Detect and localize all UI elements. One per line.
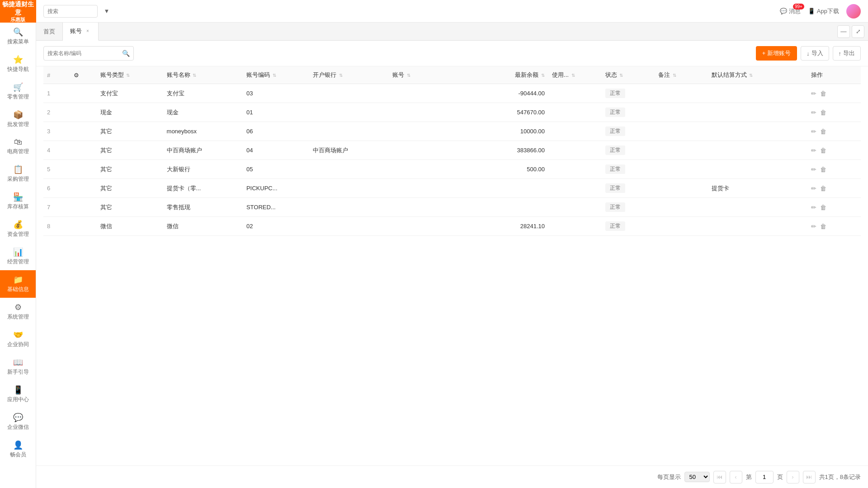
sidebar-item-label: 系统管理 (7, 313, 29, 321)
cell-status-5: 正常 (602, 179, 655, 198)
cell-bank-4 (309, 160, 389, 179)
delete-btn-0[interactable]: 🗑 (820, 90, 826, 97)
col-header-account[interactable]: 账号 ⇅ (389, 66, 468, 84)
cell-code-1: 01 (243, 103, 309, 122)
col-header-code[interactable]: 账号编码 ⇅ (243, 66, 309, 84)
col-header-note[interactable]: 备注 ⇅ (655, 66, 708, 84)
delete-btn-5[interactable]: 🗑 (820, 185, 826, 192)
edit-btn-6[interactable]: ✏ (811, 204, 816, 211)
sidebar-item-inventory[interactable]: 🏪库存核算 (0, 188, 36, 215)
delete-btn-2[interactable]: 🗑 (820, 128, 826, 135)
cell-name-1: 现金 (163, 103, 243, 122)
sort-account-icon: ⇅ (407, 73, 410, 78)
first-page-btn[interactable]: ⏮ (713, 471, 726, 483)
status-badge-7: 正常 (605, 221, 625, 231)
col-header-settings[interactable]: ⚙ (70, 66, 97, 84)
sidebar-item-label: 零售管理 (7, 93, 29, 101)
action-btns-3: ✏ 🗑 (811, 147, 857, 154)
toolbar: 🔍 + 新增账号 ↓ 导入 ↑ 导出 (36, 41, 868, 66)
total-info: 共1页，8条记录 (819, 473, 861, 481)
sidebar-item-enterprise-wechat[interactable]: 💬企业微信 (0, 408, 36, 436)
prev-page-btn[interactable]: ‹ (730, 471, 742, 483)
sort-status-icon: ⇅ (619, 73, 623, 78)
sidebar-nav: 🔍搜索菜单⭐快捷导航🛒零售管理📦批发管理🛍电商管理📋采购管理🏪库存核算💰资金管理… (0, 23, 36, 488)
cell-note-4 (655, 160, 708, 179)
message-icon: 💬 (780, 8, 787, 14)
delete-btn-7[interactable]: 🗑 (820, 223, 826, 230)
delete-btn-4[interactable]: 🗑 (820, 166, 826, 173)
maximize-btn[interactable]: ⤢ (852, 25, 864, 38)
app-download-btn[interactable]: 📱 App下载 (808, 7, 839, 15)
col-header-usage[interactable]: 使用... ⇅ (548, 66, 602, 84)
add-account-button[interactable]: + 新增账号 (756, 46, 797, 61)
sidebar-item-purchase-mgmt[interactable]: 📋采购管理 (0, 160, 36, 188)
sidebar-item-member[interactable]: 👤畅会员 (0, 436, 36, 463)
col-header-balance[interactable]: 最新余额 ⇅ (469, 66, 548, 84)
import-button[interactable]: ↓ 导入 (801, 46, 829, 61)
sidebar-item-retail-mgmt[interactable]: 🛒零售管理 (0, 78, 36, 105)
col-header-name[interactable]: 账号名称 ⇅ (163, 66, 243, 84)
topbar-dropdown-btn[interactable]: ▼ (101, 6, 112, 17)
action-btns-7: ✏ 🗑 (811, 223, 857, 230)
cell-settings-0 (70, 84, 97, 103)
tab-account[interactable]: 账号× (63, 23, 99, 41)
edit-btn-4[interactable]: ✏ (811, 166, 816, 173)
topbar-message-btn[interactable]: 💬 消息 99+ (780, 7, 801, 15)
sidebar-item-label: 企业协同 (7, 341, 29, 348)
tab-home[interactable]: 首页 (36, 23, 63, 41)
sidebar-item-guide[interactable]: 📖新手引导 (0, 353, 36, 380)
cell-type-2: 其它 (97, 122, 163, 141)
edit-btn-2[interactable]: ✏ (811, 128, 816, 135)
app-download-label: App下载 (817, 7, 839, 15)
sidebar-item-wholesale-mgmt[interactable]: 📦批发管理 (0, 105, 36, 133)
minimize-btn[interactable]: — (837, 25, 850, 38)
cell-num-7: 8 (43, 217, 70, 236)
delete-btn-6[interactable]: 🗑 (820, 204, 826, 211)
delete-btn-3[interactable]: 🗑 (820, 147, 826, 154)
tab-close-account[interactable]: × (85, 28, 91, 34)
status-badge-2: 正常 (605, 127, 625, 136)
sidebar-item-quick-nav[interactable]: ⭐快捷导航 (0, 50, 36, 78)
col-header-status[interactable]: 状态 ⇅ (602, 66, 655, 84)
cell-default-4 (708, 160, 807, 179)
cell-usage-3 (548, 141, 602, 160)
action-btns-2: ✏ 🗑 (811, 128, 857, 135)
cell-num-5: 6 (43, 179, 70, 198)
last-page-btn[interactable]: ⏭ (803, 471, 816, 483)
sidebar-item-app-center[interactable]: 📱应用中心 (0, 380, 36, 408)
edit-btn-3[interactable]: ✏ (811, 147, 816, 154)
page-input[interactable] (755, 471, 774, 483)
topbar-search-input[interactable] (43, 5, 98, 18)
export-button[interactable]: ↑ 导出 (833, 46, 861, 61)
cell-status-6: 正常 (602, 198, 655, 217)
cell-note-2 (655, 122, 708, 141)
edit-btn-0[interactable]: ✏ (811, 90, 816, 97)
cell-name-5: 提货卡（零... (163, 179, 243, 198)
sort-bank-icon: ⇅ (339, 73, 343, 78)
next-page-btn[interactable]: › (787, 471, 799, 483)
sidebar-item-ops-mgmt[interactable]: 📊经营管理 (0, 243, 36, 270)
sidebar-item-system-mgmt[interactable]: ⚙系统管理 (0, 298, 36, 325)
sidebar-item-ecommerce-mgmt[interactable]: 🛍电商管理 (0, 133, 36, 160)
table-row: 5 其它 大新银行 05 500.00 正常 ✏ 🗑 (43, 160, 861, 179)
cell-account-2 (389, 122, 468, 141)
delete-btn-1[interactable]: 🗑 (820, 109, 826, 116)
cell-bank-2 (309, 122, 389, 141)
col-header-type[interactable]: 账号类型 ⇅ (97, 66, 163, 84)
sidebar-item-search-menu[interactable]: 🔍搜索菜单 (0, 23, 36, 50)
col-header-bank[interactable]: 开户银行 ⇅ (309, 66, 389, 84)
edit-btn-7[interactable]: ✏ (811, 223, 816, 230)
sidebar-item-basic-info[interactable]: 📁基础信息 (0, 270, 36, 298)
sidebar-item-fund-mgmt[interactable]: 💰资金管理 (0, 215, 36, 243)
edit-btn-5[interactable]: ✏ (811, 185, 816, 192)
search-box[interactable]: 🔍 (43, 46, 134, 61)
page-size-select[interactable]: 102050100 (684, 472, 710, 482)
edit-btn-1[interactable]: ✏ (811, 109, 816, 116)
ops-mgmt-icon: 📊 (13, 247, 23, 257)
sidebar-item-label: 搜索菜单 (7, 38, 29, 46)
search-input[interactable] (47, 50, 122, 56)
sidebar-item-enterprise-agreement[interactable]: 🤝企业协同 (0, 325, 36, 353)
user-avatar[interactable] (846, 4, 861, 19)
col-header-default[interactable]: 默认结算方式 ⇅ (708, 66, 807, 84)
cell-num-3: 4 (43, 141, 70, 160)
